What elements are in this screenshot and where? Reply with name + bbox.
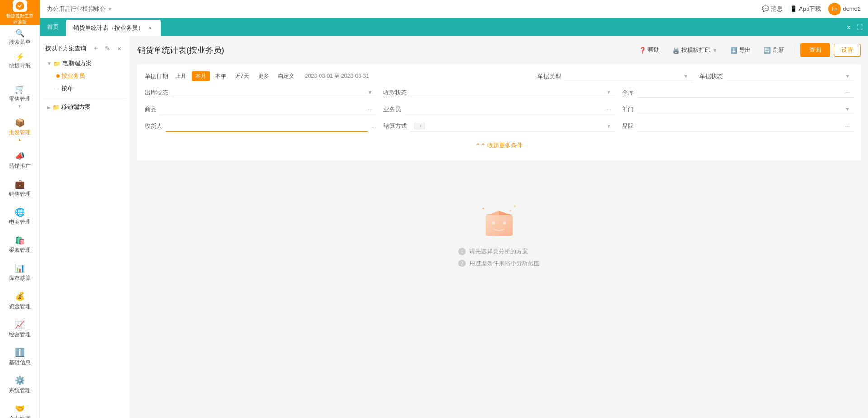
- sidebar-item-purchase[interactable]: 🛍️ 采购管理: [0, 231, 39, 259]
- svg-marker-2: [486, 211, 499, 215]
- sidebar-item-marketing[interactable]: 📣 营销推广: [0, 147, 39, 175]
- out-status-dropdown-icon: ▼: [368, 90, 373, 95]
- help-icon: ❓: [639, 47, 646, 54]
- tabbar-actions: ✕ ⛶: [844, 22, 868, 33]
- collapse-panel-button[interactable]: «: [114, 43, 124, 53]
- payment-status-select[interactable]: ▼: [410, 88, 615, 97]
- scheme-tree: ▼ 📁 电脑端方案 按业务员 ≡ 按单: [40, 57, 130, 114]
- add-scheme-button[interactable]: ＋: [91, 43, 101, 53]
- left-panel: 按以下方案查询 ＋ ✎ « ▼ 📁 电脑端方案 按业务员: [40, 36, 130, 418]
- query-button[interactable]: 查询: [800, 43, 830, 57]
- sidebar: 畅捷通好生意 标准版 🔍 搜索菜单 ⚡ 快捷导航 🛒 零售管理 ▼ 📦 批发管理…: [0, 0, 40, 418]
- filter-warehouse-group: 仓库 ···: [622, 87, 854, 98]
- product-select[interactable]: ···: [160, 104, 376, 114]
- date-tabs: 上月 本月 本年 近7天 更多 自定义: [172, 71, 298, 81]
- filter-department-group: 部门 ▼: [622, 104, 854, 114]
- date-tab-last-month[interactable]: 上月: [172, 71, 190, 81]
- folder-icon: 📁: [53, 60, 61, 67]
- sidebar-item-operations[interactable]: 📈 经营管理: [0, 315, 39, 343]
- filter-card: 单据日期 上月 本月 本年 近7天 更多 自定义 2023-03-01 至 20…: [137, 64, 861, 161]
- svg-point-0: [15, 2, 24, 10]
- page-title: 销货单统计表(按业务员): [137, 45, 224, 56]
- active-indicator: [56, 74, 60, 78]
- sidebar-item-wholesale[interactable]: 📦 批发管理 ▲: [0, 113, 39, 147]
- date-tab-more[interactable]: 更多: [255, 71, 273, 81]
- date-range-display: 2023-03-01 至 2023-03-31: [305, 72, 369, 80]
- date-tab-last-7days[interactable]: 近7天: [231, 71, 253, 81]
- export-button[interactable]: ⬇️ 导出: [726, 44, 755, 56]
- warehouse-select[interactable]: ···: [637, 87, 854, 98]
- tabbar: 首页 销货单统计表（按业务员） × ✕ ⛶: [40, 18, 868, 36]
- main-area: 办公用品行业模拟账套 ▼ 💬 消息 📱 App下载 Ea demo2 首页: [40, 0, 868, 418]
- svg-point-8: [510, 210, 511, 212]
- settings-button[interactable]: 设置: [834, 44, 861, 57]
- date-tab-current-month[interactable]: 本月: [192, 71, 210, 81]
- tree-mobile-scheme[interactable]: ▶ 📁 移动端方案: [43, 101, 126, 114]
- doc-type-select[interactable]: ▼: [565, 71, 692, 81]
- search-menu[interactable]: 🔍 搜索菜单: [0, 25, 39, 50]
- sidebar-item-ecommerce[interactable]: 🌐 电商管理: [0, 203, 39, 231]
- refresh-button[interactable]: 🔄 刷新: [759, 44, 789, 56]
- user-profile[interactable]: Ea demo2: [828, 3, 861, 15]
- empty-tips: 1 请先选择要分析的方案 2 用过滤条件来缩小分析范围: [458, 247, 540, 267]
- collapse-icon: ⌃⌃: [476, 142, 486, 149]
- content-area: 按以下方案查询 ＋ ✎ « ▼ 📁 电脑端方案 按业务员: [40, 36, 868, 418]
- sidebar-item-basic-info[interactable]: ℹ️ 基础信息: [0, 343, 39, 371]
- filter-row-3: 商品 ··· 业务员 ··· 部门: [145, 104, 854, 114]
- sidebar-item-retail[interactable]: 🛒 零售管理 ▼: [0, 80, 39, 113]
- salesperson-select[interactable]: ···: [405, 104, 615, 114]
- collapse-conditions-button[interactable]: ⌃⌃ 收起更多条件: [145, 138, 854, 153]
- brand-select[interactable]: ···: [637, 121, 854, 132]
- sidebar-item-inventory[interactable]: 📊 库存核算: [0, 259, 39, 287]
- date-tab-current-year[interactable]: 本年: [212, 71, 230, 81]
- tree-by-order[interactable]: ≡ 按单: [52, 82, 126, 95]
- sidebar-item-enterprise[interactable]: 🤝 企业协同: [0, 399, 39, 418]
- doc-type-dropdown-icon: ▼: [684, 73, 689, 79]
- filter-row-4: 收货人 ··· 结算方式 × ▼: [145, 121, 854, 132]
- app-download-button[interactable]: 📱 App下载: [790, 5, 821, 13]
- department-select[interactable]: ▼: [637, 104, 854, 114]
- settlement-select[interactable]: × ▼: [410, 121, 615, 132]
- doc-status-select[interactable]: ▼: [726, 71, 854, 81]
- account-dropdown[interactable]: 办公用品行业模拟账套 ▼: [47, 5, 113, 13]
- settlement-dropdown-icon: ▼: [606, 124, 611, 129]
- app-name: 畅捷通好生意: [6, 13, 33, 19]
- help-button[interactable]: ❓ 帮助: [634, 44, 664, 56]
- close-window-button[interactable]: ✕: [844, 22, 853, 33]
- doc-status-dropdown-icon: ▼: [845, 73, 850, 79]
- order-icon: ≡: [56, 86, 60, 92]
- receiver-input[interactable]: [166, 121, 368, 132]
- topbar-left: 办公用品行业模拟账套 ▼: [47, 5, 113, 13]
- filter-brand-group: 品牌 ···: [622, 121, 854, 132]
- date-tab-custom[interactable]: 自定义: [274, 71, 298, 81]
- avatar: Ea: [828, 3, 841, 15]
- sidebar-item-sales[interactable]: 💼 销售管理: [0, 175, 39, 203]
- print-icon: 🖨️: [672, 47, 679, 54]
- expand-icon: ▼: [47, 61, 52, 66]
- filter-date-group: 单据日期 上月 本月 本年 近7天 更多 自定义 2023-03-01 至 20…: [145, 71, 369, 81]
- settlement-tag: ×: [414, 123, 425, 129]
- tree-desktop-scheme[interactable]: ▼ 📁 电脑端方案: [43, 57, 126, 70]
- quick-nav[interactable]: ⚡ 快捷导航: [0, 50, 39, 72]
- tab-close-button[interactable]: ×: [146, 24, 154, 32]
- right-content: 销货单统计表(按业务员) ❓ 帮助 🖨️ 按模板打印 ▼ ⬇️ 导出: [130, 36, 868, 418]
- empty-state: 1 请先选择要分析的方案 2 用过滤条件来缩小分析范围: [137, 168, 861, 294]
- maximize-button[interactable]: ⛶: [855, 22, 864, 33]
- receiver-more-icon: ···: [371, 123, 376, 130]
- app-logo: 畅捷通好生意 标准版: [0, 0, 40, 25]
- sidebar-item-finance[interactable]: 💰 资金管理: [0, 287, 39, 315]
- edit-scheme-button[interactable]: ✎: [103, 43, 113, 53]
- print-button[interactable]: 🖨️ 按模板打印 ▼: [668, 44, 722, 56]
- topbar-right: 💬 消息 📱 App下载 Ea demo2: [762, 3, 861, 15]
- tree-by-salesperson[interactable]: 按业务员: [52, 70, 126, 82]
- filter-receiver-group: 收货人 ···: [145, 121, 376, 132]
- product-more-icon: ···: [368, 106, 373, 112]
- out-status-select[interactable]: ▼: [172, 88, 376, 97]
- tab-sales-stat[interactable]: 销货单统计表（按业务员） ×: [66, 20, 161, 36]
- settlement-tag-close[interactable]: ×: [419, 124, 422, 128]
- empty-illustration: [476, 195, 522, 240]
- tab-home[interactable]: 首页: [40, 18, 66, 36]
- sidebar-item-system[interactable]: ⚙️ 系统管理: [0, 371, 39, 399]
- payment-status-dropdown-icon: ▼: [606, 90, 611, 95]
- message-button[interactable]: 💬 消息: [762, 5, 783, 13]
